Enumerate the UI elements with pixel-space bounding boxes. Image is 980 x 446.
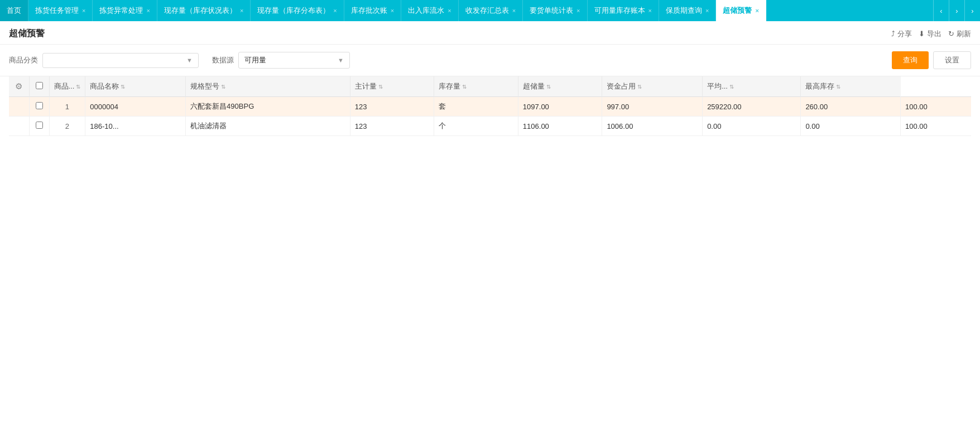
nav-current-stock-status[interactable]: 现存量（库存状况表） × bbox=[157, 0, 251, 21]
th-checkbox bbox=[29, 76, 49, 97]
th-overstock-qty[interactable]: 超储量 ⇅ bbox=[518, 76, 602, 97]
row-capital: 259220.00 bbox=[703, 97, 801, 117]
commodity-category-label: 商品分类 bbox=[9, 55, 38, 65]
refresh-icon: ↻ bbox=[948, 30, 954, 38]
page-title: 超储预警 bbox=[9, 28, 45, 40]
nav-available-account[interactable]: 可用量库存账本 × bbox=[588, 0, 659, 21]
sort-avg-icon: ⇅ bbox=[729, 84, 734, 90]
sort-stock-icon: ⇅ bbox=[462, 84, 467, 90]
th-capital[interactable]: 资金占用 ⇅ bbox=[602, 76, 703, 97]
table-container: ⚙ 商品... ⇅ 商品名称 ⇅ bbox=[0, 76, 980, 136]
row-max-stock: 100.00 bbox=[901, 97, 971, 117]
th-max-stock[interactable]: 最高库存 ⇅ bbox=[801, 76, 901, 97]
row-unit: 个 bbox=[434, 117, 518, 136]
th-avg[interactable]: 平均... ⇅ bbox=[703, 76, 801, 97]
table-body: 1 0000004 六配套新昌490BPG 123 套 1097.00 997.… bbox=[9, 97, 971, 136]
nav-close-pick-exception[interactable]: × bbox=[146, 7, 150, 14]
nav-close-quality[interactable]: × bbox=[705, 7, 709, 14]
data-source-arrow: ▼ bbox=[338, 57, 344, 64]
row-checkbox-cell bbox=[29, 117, 49, 136]
th-product-name[interactable]: 商品名称 ⇅ bbox=[85, 76, 186, 97]
row-spec: 123 bbox=[350, 97, 434, 117]
query-button[interactable]: 查询 bbox=[892, 51, 929, 69]
nav-home[interactable]: 首页 bbox=[0, 0, 28, 21]
row-avg: 260.00 bbox=[801, 97, 901, 117]
row-overstock-qty: 997.00 bbox=[602, 97, 703, 117]
row-unit: 套 bbox=[434, 97, 518, 117]
commodity-category-arrow: ▼ bbox=[186, 57, 193, 64]
nav-pick-exception[interactable]: 拣货异常处理 × bbox=[93, 0, 157, 21]
row-product-code: 186-10... bbox=[85, 117, 186, 136]
page-header: 超储预警 ⤴ 分享 ⬇ 导出 ↻ 刷新 bbox=[0, 21, 980, 45]
commodity-category-select[interactable]: ▼ bbox=[42, 53, 199, 68]
row-product-code: 0000004 bbox=[85, 97, 186, 117]
commodity-category-value bbox=[49, 56, 51, 65]
row-checkbox-cell bbox=[29, 97, 49, 117]
nav-demand-stats[interactable]: 要货单统计表 × bbox=[523, 0, 587, 21]
th-gear: ⚙ bbox=[9, 76, 29, 97]
row-num-cell: 1 bbox=[49, 97, 85, 117]
nav-collect-summary[interactable]: 收发存汇总表 × bbox=[459, 0, 523, 21]
table-row: 1 0000004 六配套新昌490BPG 123 套 1097.00 997.… bbox=[9, 97, 971, 117]
row-capital: 0.00 bbox=[703, 117, 801, 136]
nav-close-collect[interactable]: × bbox=[512, 7, 516, 14]
top-navigation: 首页 拣货任务管理 × 拣货异常处理 × 现存量（库存状况表） × 现存量（库存… bbox=[0, 0, 980, 21]
sort-product-name-icon: ⇅ bbox=[121, 84, 125, 90]
row-stock-qty: 1106.00 bbox=[518, 117, 602, 136]
th-product-code[interactable]: 商品... ⇅ bbox=[49, 76, 85, 97]
row-product-name: 六配套新昌490BPG bbox=[186, 97, 350, 117]
row-avg: 0.00 bbox=[801, 117, 901, 136]
nav-arrow-right[interactable]: › bbox=[949, 0, 964, 21]
row-gear-cell bbox=[9, 97, 29, 117]
nav-close-available[interactable]: × bbox=[648, 7, 652, 14]
export-icon: ⬇ bbox=[919, 30, 925, 38]
th-spec[interactable]: 规格型号 ⇅ bbox=[186, 76, 350, 97]
th-stock-qty[interactable]: 库存量 ⇅ bbox=[434, 76, 518, 97]
sort-capital-icon: ⇅ bbox=[637, 84, 642, 90]
row-overstock-qty: 1006.00 bbox=[602, 117, 703, 136]
nav-close-stock-dist[interactable]: × bbox=[333, 7, 337, 14]
nav-arrows: ‹ › › bbox=[933, 0, 980, 21]
data-source-value: 可用量 bbox=[244, 55, 266, 65]
row-gear-cell bbox=[9, 117, 29, 136]
export-button[interactable]: ⬇ 导出 bbox=[919, 29, 941, 39]
nav-inout-flow[interactable]: 出入库流水 × bbox=[401, 0, 458, 21]
row-checkbox[interactable] bbox=[36, 122, 43, 129]
data-table: ⚙ 商品... ⇅ 商品名称 ⇅ bbox=[9, 76, 971, 136]
row-stock-qty: 1097.00 bbox=[518, 97, 602, 117]
share-button[interactable]: ⤴ 分享 bbox=[891, 29, 912, 39]
data-source-select[interactable]: 可用量 ▼ bbox=[238, 52, 350, 69]
nav-close-pick-task[interactable]: × bbox=[82, 7, 85, 14]
nav-close-stock-status[interactable]: × bbox=[240, 7, 243, 14]
filter-commodity-category: 商品分类 ▼ bbox=[9, 53, 199, 68]
sort-unit-icon: ⇅ bbox=[378, 84, 383, 90]
nav-arrow-left[interactable]: ‹ bbox=[933, 0, 949, 21]
row-checkbox[interactable] bbox=[36, 102, 43, 109]
nav-batch-account[interactable]: 库存批次账 × bbox=[344, 0, 401, 21]
row-spec: 123 bbox=[350, 117, 434, 136]
nav-close-inout[interactable]: × bbox=[448, 7, 451, 14]
nav-current-stock-dist[interactable]: 现存量（库存分布表） × bbox=[251, 0, 344, 21]
nav-arrow-more[interactable]: › bbox=[964, 0, 980, 21]
nav-quality-period[interactable]: 保质期查询 × bbox=[659, 0, 716, 21]
nav-close-demand[interactable]: × bbox=[577, 7, 580, 14]
page-container: 超储预警 ⤴ 分享 ⬇ 导出 ↻ 刷新 商品分类 ▼ 数据源 bbox=[0, 21, 980, 446]
nav-pick-task[interactable]: 拣货任务管理 × bbox=[28, 0, 93, 21]
select-all-checkbox[interactable] bbox=[36, 82, 43, 89]
row-product-name: 机油滤清器 bbox=[186, 117, 350, 136]
filter-area: 商品分类 ▼ 数据源 可用量 ▼ 查询 设置 bbox=[0, 45, 980, 76]
column-settings-icon[interactable]: ⚙ bbox=[15, 81, 22, 91]
data-source-label: 数据源 bbox=[212, 55, 234, 65]
sort-overstock-icon: ⇅ bbox=[546, 84, 551, 90]
filter-data-source: 数据源 可用量 ▼ bbox=[212, 52, 350, 69]
nav-overstock-warning[interactable]: 超储预警 × bbox=[716, 0, 766, 21]
settings-button[interactable]: 设置 bbox=[933, 51, 971, 69]
table-row: 2 186-10... 机油滤清器 123 个 1106.00 1006.00 … bbox=[9, 117, 971, 136]
refresh-button[interactable]: ↻ 刷新 bbox=[948, 29, 971, 39]
sort-max-icon: ⇅ bbox=[836, 84, 840, 90]
header-actions: ⤴ 分享 ⬇ 导出 ↻ 刷新 bbox=[891, 29, 971, 39]
nav-close-overstock[interactable]: × bbox=[755, 7, 758, 14]
nav-close-batch[interactable]: × bbox=[391, 7, 394, 14]
th-unit[interactable]: 主计量 ⇅ bbox=[350, 76, 434, 97]
filter-actions: 查询 设置 bbox=[892, 51, 971, 69]
